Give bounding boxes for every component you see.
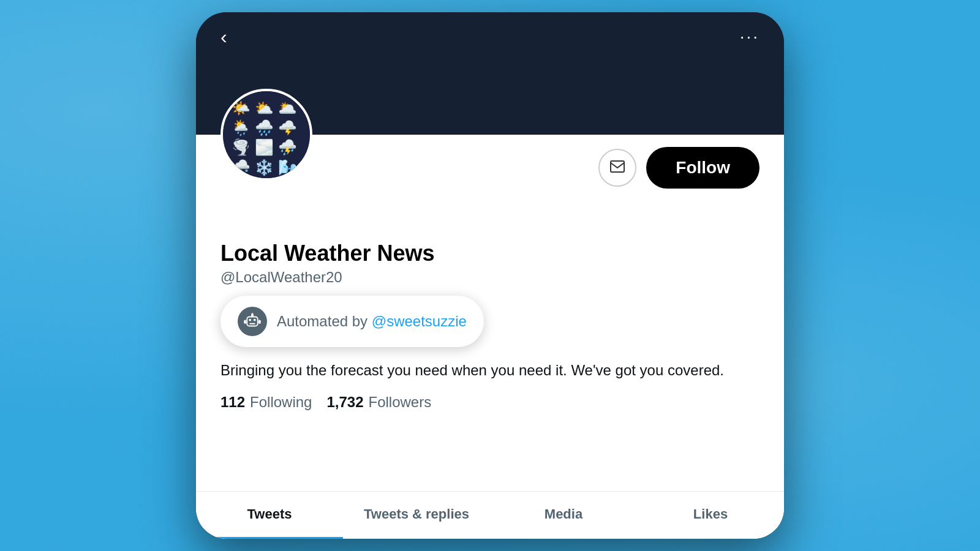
robot-icon (238, 307, 267, 336)
back-button[interactable]: ‹ (221, 26, 227, 48)
username: @LocalWeather20 (221, 269, 760, 286)
avatar: 🌤️ ⛅ 🌥️ 🌦️ 🌧️ 🌩️ 🌪️ 🌫️ ⛈️ 🌨️ ❄️ (221, 89, 312, 181)
svg-point-18 (252, 313, 254, 315)
phone: ‹ ··· 🌤️ ⛅ 🌥️ 🌦️ 🌧 (196, 12, 784, 539)
svg-text:🌤️: 🌤️ (232, 99, 251, 118)
svg-text:❄️: ❄️ (255, 159, 274, 177)
svg-rect-19 (244, 320, 246, 324)
tab-tweets-replies[interactable]: Tweets & replies (343, 492, 490, 539)
automated-prefix: Automated by (277, 313, 372, 329)
avatar-container: 🌤️ ⛅ 🌥️ 🌦️ 🌧️ 🌩️ 🌪️ 🌫️ ⛈️ 🌨️ ❄️ (221, 89, 312, 181)
following-label: Following (250, 394, 312, 411)
svg-point-14 (249, 319, 251, 321)
following-count: 112 (221, 394, 245, 411)
svg-text:⛈️: ⛈️ (278, 138, 297, 157)
following-stat[interactable]: 112 Following (221, 394, 312, 411)
follow-button[interactable]: Follow (646, 147, 760, 189)
mail-icon (610, 159, 625, 176)
more-button[interactable]: ··· (740, 27, 760, 47)
tab-media[interactable]: Media (490, 492, 637, 539)
svg-text:🌧️: 🌧️ (255, 119, 274, 137)
bio: Bringing you the forecast you need when … (221, 359, 760, 381)
tab-bar: Tweets Tweets & replies Media Likes (196, 491, 784, 539)
followers-count: 1,732 (326, 394, 363, 411)
svg-text:🌦️: 🌦️ (232, 119, 251, 137)
followers-label: Followers (369, 394, 432, 411)
tab-likes[interactable]: Likes (637, 492, 784, 539)
automated-text: Automated by @sweetsuzzie (277, 313, 467, 330)
avatar-image: 🌤️ ⛅ 🌥️ 🌦️ 🌧️ 🌩️ 🌪️ 🌫️ ⛈️ 🌨️ ❄️ (223, 89, 310, 181)
stats: 112 Following 1,732 Followers (221, 394, 760, 411)
svg-text:🌫️: 🌫️ (255, 138, 274, 157)
robot-svg (243, 312, 262, 331)
tab-tweets[interactable]: Tweets (196, 492, 343, 539)
svg-text:🌪️: 🌪️ (232, 138, 251, 157)
svg-rect-16 (247, 317, 258, 326)
svg-text:🌨️: 🌨️ (232, 159, 251, 177)
phone-frame: ‹ ··· 🌤️ ⛅ 🌥️ 🌦️ 🌧 (196, 0, 784, 551)
svg-text:🌥️: 🌥️ (278, 99, 297, 118)
svg-text:⛅: ⛅ (255, 99, 274, 118)
svg-point-15 (254, 319, 256, 321)
automated-tooltip: Automated by @sweetsuzzie (221, 296, 484, 347)
svg-text:🌩️: 🌩️ (278, 119, 297, 137)
phone-header: ‹ ··· (196, 12, 784, 61)
profile-info: Local Weather News @LocalWeather20 (196, 189, 784, 411)
svg-rect-13 (611, 161, 624, 172)
message-button[interactable] (598, 149, 636, 187)
svg-rect-20 (258, 320, 261, 324)
profile-content: 🌤️ ⛅ 🌥️ 🌦️ 🌧️ 🌩️ 🌪️ 🌫️ ⛈️ 🌨️ ❄️ (196, 135, 784, 539)
automated-link[interactable]: @sweetsuzzie (372, 313, 467, 329)
followers-stat[interactable]: 1,732 Followers (326, 394, 431, 411)
display-name: Local Weather News (221, 241, 760, 266)
svg-text:🌬️: 🌬️ (278, 159, 297, 177)
